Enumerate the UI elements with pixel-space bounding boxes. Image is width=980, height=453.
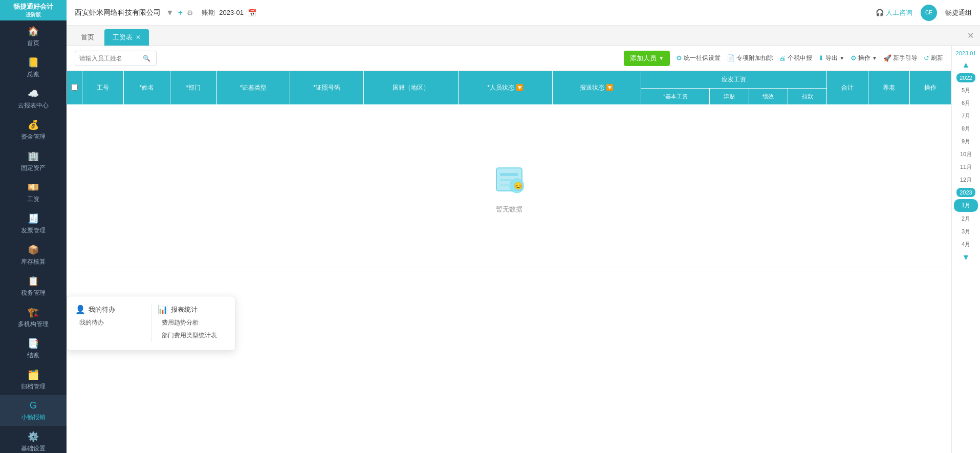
add-company-icon[interactable]: + [178,8,183,17]
sidebar-item-ledger[interactable]: 📒 总账 [0,52,67,83]
sidebar-item-fund-label: 资金管理 [21,133,46,141]
timeline-2023-2[interactable]: 2月 [952,212,980,225]
search-icon: 🔍 [143,55,150,62]
company-dropdown-icon[interactable]: ▼ [166,8,174,17]
sidebar-item-multi-org-label: 多机构管理 [18,320,49,329]
sidebar-item-multi-org[interactable]: 🏗️ 多机构管理 [0,301,67,333]
operations-action[interactable]: ⚙ 操作 ▼ [851,54,877,62]
th-department: *部门 [170,71,216,105]
timeline-2022-7[interactable]: 7月 [952,110,980,122]
topbar-right: 🎧 人工咨询 CE 畅捷通组 [876,5,972,21]
sidebar-item-fund[interactable]: 💰 资金管理 [0,114,67,145]
sidebar-item-fixed-assets[interactable]: 🏢 固定资产 [0,145,67,177]
calendar-icon[interactable]: 📅 [248,9,256,17]
th-report-status[interactable]: 报送状态 🔽 [552,71,641,105]
main-area: 西安虾米网络科技有限公司 ▼ + ⚙ 账期 2023-01 📅 🎧 人工咨询 C… [67,0,980,453]
sidebar-item-archive[interactable]: 🗂️ 归档管理 [0,364,67,395]
export-dropdown-icon: ▼ [839,55,844,61]
timeline-2022-9[interactable]: 9月 [952,135,980,148]
sidebar-item-cloud-report[interactable]: ☁️ 云报表中心 [0,83,67,114]
popup-dept-expense-item[interactable]: 部门费用类型统计表 [158,329,227,342]
svg-rect-1 [500,173,518,176]
add-person-button[interactable]: 添加人员 ▼ [624,51,670,66]
basic-settings-icon: ⚙️ [28,431,39,442]
add-person-dropdown-icon: ▼ [659,55,664,61]
sidebar-item-basic-settings[interactable]: ⚙️ 基础设置 [0,426,67,453]
export-action[interactable]: ⬇ 导出 ▼ [818,54,844,62]
empty-state: 😊 暂无数据 [70,109,948,263]
timeline-next-button[interactable]: ▼ [960,251,972,264]
logo-main: 畅捷通好会计 [13,2,53,11]
tab-salary-label: 工资表 [113,33,133,42]
ledger-icon: 📒 [28,57,39,68]
timeline-2022-5[interactable]: 5月 [952,84,980,97]
timeline-2023-4[interactable]: 4月 [952,238,980,251]
close-all-icon[interactable]: ✕ [967,31,974,40]
avatar-text: CE [925,10,932,15]
select-all-checkbox[interactable] [71,84,78,91]
search-input[interactable] [79,55,141,62]
timeline-2023-1[interactable]: 1月 [954,199,978,212]
social-insurance-action[interactable]: ⚙ 统一社保设置 [676,54,721,62]
timeline-2022-10[interactable]: 10月 [952,148,980,161]
th-number: 工号 [82,71,124,105]
close-all-button[interactable]: ✕ [967,31,974,40]
th-checkbox[interactable] [67,71,82,105]
timeline-2022-8[interactable]: 8月 [952,122,980,135]
th-pension: 养老 [868,71,910,105]
tab-salary-table[interactable]: 工资表 ✕ [104,29,149,46]
th-person-status[interactable]: *人员状态 🔽 [459,71,553,105]
popup-expense-trend-item[interactable]: 费用趋势分析 [158,316,227,329]
service-label: 人工咨询 [886,8,912,17]
sidebar-item-home[interactable]: 🏠 首页 [0,20,67,52]
refresh-action[interactable]: ↺ 刷新 [924,54,943,62]
svg-rect-2 [500,179,512,181]
settings-icon[interactable]: ⚙ [187,9,193,17]
timeline-2023-3[interactable]: 3月 [952,225,980,238]
new-guide-action[interactable]: 🚀 新手引导 [883,54,918,62]
new-guide-toolbar-label: 新手引导 [893,54,918,62]
special-deduct-action[interactable]: 📄 专项附加扣除 [727,54,773,62]
sidebar-item-xiaochangbaoxiao[interactable]: G 小畅报销 [0,395,67,426]
tax-icon: 📋 [28,275,39,287]
popup-my-todo-item[interactable]: 我的待办 [75,316,145,329]
sidebar-item-salary-label: 工资 [27,195,39,204]
sidebar-item-invoice[interactable]: 🧾 发票管理 [0,208,67,239]
logo-sub: 进阶版 [26,11,41,18]
export-icon: ⬇ [818,54,824,62]
fund-icon: 💰 [28,119,39,131]
new-guide-toolbar-icon: 🚀 [883,54,891,62]
svg-rect-3 [500,184,509,186]
sidebar-item-ledger-label: 总账 [27,70,39,79]
popup-col-report: 📊 报表统计 费用趋势分析 部门费用类型统计表 [158,305,227,342]
popup-col-todo: 👤 我的待办 我的待办 [75,305,145,342]
timeline-2022-6[interactable]: 6月 [952,97,980,110]
sidebar-item-accounts[interactable]: 📑 结账 [0,333,67,364]
th-subsidy: 津贴 [710,89,749,105]
tabbar: 首页 工资表 ✕ ✕ [67,26,980,46]
service-button[interactable]: 🎧 人工咨询 [876,8,912,17]
toolbar: 🔍 添加人员 ▼ ⚙ 统一社保设置 📄 专项附加扣除 [67,46,951,71]
company-name: 西安虾米网络科技有限公司 [75,8,161,17]
avatar: CE [921,5,937,21]
app-logo: 畅捷通好会计 进阶版 [0,0,67,20]
timeline-2022-12[interactable]: 12月 [952,174,980,186]
tab-close-icon[interactable]: ✕ [136,34,141,41]
tax-report-icon: 🖨 [779,54,786,62]
search-box[interactable]: 🔍 [75,51,157,66]
period-value: 2023-01 [219,9,244,16]
sidebar-item-salary[interactable]: 💴 工资 [0,177,67,208]
sidebar-item-inventory[interactable]: 📦 库存核算 [0,239,67,270]
sidebar-item-tax[interactable]: 📋 税务管理 [0,270,67,301]
th-id-type: *证鉴类型 [216,71,290,105]
timeline-prev-button[interactable]: ▲ [960,58,972,72]
tab-home-label: 首页 [81,33,94,42]
sidebar-item-invoice-label: 发票管理 [21,226,46,235]
topbar: 西安虾米网络科技有限公司 ▼ + ⚙ 账期 2023-01 📅 🎧 人工咨询 C… [67,0,980,26]
tax-report-action[interactable]: 🖨 个税申报 [779,54,812,62]
timeline-2022-11[interactable]: 11月 [952,161,980,174]
sidebar-item-home-label: 首页 [27,39,39,48]
tab-home[interactable]: 首页 [73,29,102,46]
toolbar-right: 添加人员 ▼ ⚙ 统一社保设置 📄 专项附加扣除 🖨 个税申报 [624,51,943,66]
salary-table: 工号 *姓名 *部门 *证鉴类型 *证照号码 国籍（地区） *人员状态 🔽 报送… [67,71,951,267]
